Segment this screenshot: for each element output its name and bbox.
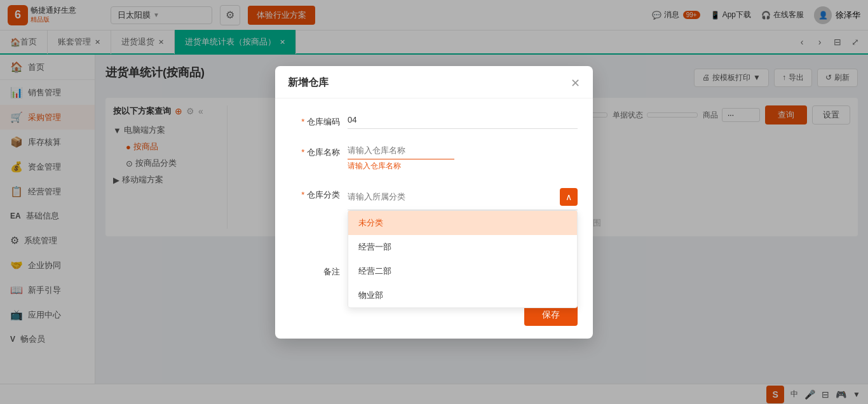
form-row-name: 仓库名称 请输入仓库名称 — [290, 142, 578, 172]
add-warehouse-modal: 新增仓库 ✕ 仓库编码 仓库名称 请输入仓库名称 — [275, 66, 593, 339]
dropdown-item-dept2[interactable]: 经营二部 — [348, 259, 577, 283]
dropdown-item-uncategorized[interactable]: 未分类 — [348, 211, 577, 235]
note-label: 备注 — [290, 261, 348, 278]
category-wrapper: ∧ 未分类 经营一部 经营二部 物业部 — [348, 184, 578, 210]
category-label: 仓库分类 — [290, 184, 348, 201]
name-label: 仓库名称 — [290, 142, 348, 158]
dropdown-item-dept3[interactable]: 物业部 — [348, 283, 577, 307]
modal-overlay: 新增仓库 ✕ 仓库编码 仓库名称 请输入仓库名称 — [0, 0, 868, 404]
modal-header: 新增仓库 ✕ — [275, 66, 593, 98]
category-input-row: ∧ — [348, 184, 578, 210]
form-row-code: 仓库编码 — [290, 111, 578, 129]
category-dropdown: 未分类 经营一部 经营二部 物业部 — [348, 210, 578, 308]
dropdown-item-dept1[interactable]: 经营一部 — [348, 235, 577, 259]
category-toggle-button[interactable]: ∧ — [560, 188, 578, 206]
form-row-category: 仓库分类 ∧ 未分类 经营一部 — [290, 184, 578, 210]
code-label: 仓库编码 — [290, 111, 348, 128]
modal-title: 新增仓库 — [288, 76, 329, 90]
modal-body: 仓库编码 仓库名称 请输入仓库名称 仓库分类 — [275, 98, 593, 304]
modal-close-button[interactable]: ✕ — [571, 76, 580, 90]
name-input[interactable] — [348, 142, 454, 159]
code-input[interactable] — [348, 111, 578, 129]
category-input[interactable] — [348, 192, 560, 201]
name-error-msg: 请输入仓库名称 — [348, 161, 454, 172]
